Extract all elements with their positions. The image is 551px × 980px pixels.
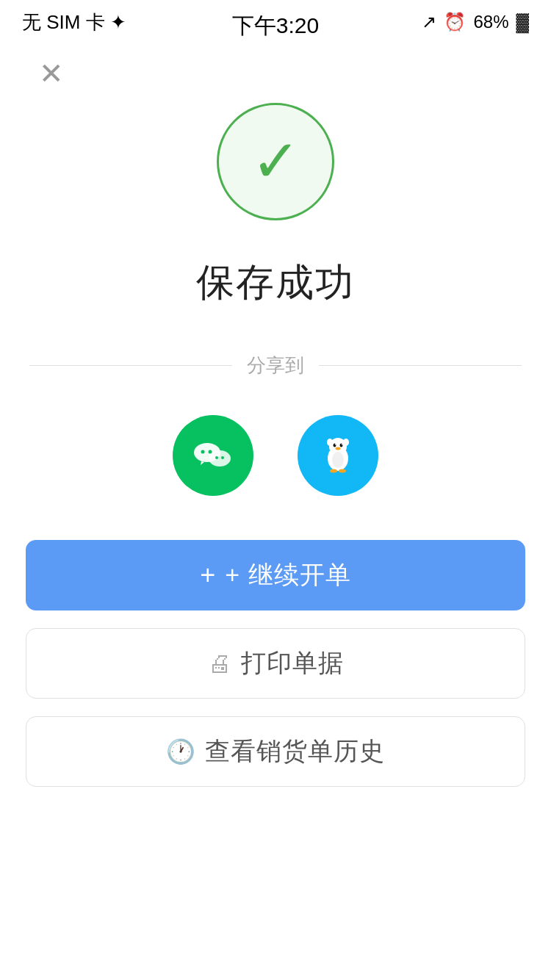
status-time: 下午3:20 xyxy=(232,11,319,41)
sim-label: 无 SIM 卡 ✦ xyxy=(22,10,126,35)
action-buttons: + + 继续开单 🖨 打印单据 🕐 查看销货单历史 xyxy=(26,540,525,787)
svg-point-3 xyxy=(208,450,212,453)
history-label: 查看销货单历史 xyxy=(205,735,385,768)
svg-point-5 xyxy=(221,456,224,459)
share-icons xyxy=(29,415,522,496)
svg-point-14 xyxy=(332,452,344,468)
clock-icon: 🕐 xyxy=(166,738,196,765)
svg-point-2 xyxy=(201,450,204,453)
alarm-icon: ⏰ xyxy=(444,12,466,32)
share-section: 分享到 xyxy=(0,353,551,496)
wechat-share-button[interactable] xyxy=(173,415,253,496)
continue-label: + 继续开单 xyxy=(225,558,350,592)
svg-point-1 xyxy=(209,450,231,466)
svg-point-10 xyxy=(339,443,342,447)
svg-marker-6 xyxy=(201,461,204,465)
status-left: 无 SIM 卡 ✦ xyxy=(22,10,126,35)
main-content: ✓ 保存成功 分享到 xyxy=(0,44,551,787)
share-label: 分享到 xyxy=(247,353,304,378)
printer-icon: 🖨 xyxy=(208,650,232,677)
print-button[interactable]: 🖨 打印单据 xyxy=(26,628,525,699)
close-button[interactable]: ✕ xyxy=(29,51,73,96)
svg-point-18 xyxy=(343,439,349,446)
svg-point-13 xyxy=(335,447,340,450)
battery-icon: ▓ xyxy=(516,12,530,32)
status-bar: 无 SIM 卡 ✦ 下午3:20 ↗ ⏰ 68% ▓ xyxy=(0,0,551,44)
svg-point-16 xyxy=(339,469,346,472)
share-divider: 分享到 xyxy=(29,353,522,378)
battery-label: 68% xyxy=(473,12,508,32)
svg-point-17 xyxy=(327,439,333,446)
svg-point-15 xyxy=(330,469,337,472)
plus-icon: + xyxy=(200,560,216,591)
svg-point-11 xyxy=(334,444,336,445)
qq-icon xyxy=(314,432,362,480)
location-icon: ↗ xyxy=(422,12,436,32)
checkmark-icon: ✓ xyxy=(251,132,300,191)
status-right: ↗ ⏰ 68% ▓ xyxy=(422,12,529,32)
success-circle: ✓ xyxy=(217,103,334,220)
svg-point-9 xyxy=(333,443,336,447)
qq-share-button[interactable] xyxy=(298,415,378,496)
wechat-icon xyxy=(190,432,237,480)
print-label: 打印单据 xyxy=(241,646,344,680)
continue-button[interactable]: + + 继续开单 xyxy=(26,540,525,610)
close-icon: ✕ xyxy=(39,59,64,88)
svg-point-4 xyxy=(215,456,218,459)
success-title: 保存成功 xyxy=(196,257,355,309)
history-button[interactable]: 🕐 查看销货单历史 xyxy=(26,716,525,787)
svg-point-12 xyxy=(341,444,342,445)
